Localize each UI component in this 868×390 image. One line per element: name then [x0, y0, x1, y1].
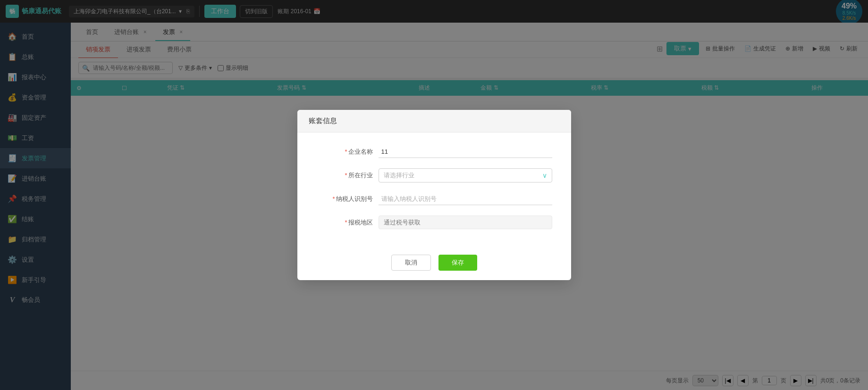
input-tax-id[interactable] — [379, 193, 552, 205]
form-row-tax-id: *纳税人识别号 — [316, 193, 552, 205]
label-tax-id: *纳税人识别号 — [316, 195, 373, 203]
industry-arrow-icon: ∨ — [542, 172, 547, 179]
label-company-name: *企业名称 — [316, 148, 373, 156]
input-tax-region — [379, 216, 552, 229]
modal-footer: 取消 保存 — [297, 249, 571, 280]
modal-overlay: 账套信息 *企业名称 *所在行业 请选择行业 ∨ — [0, 0, 868, 390]
save-button[interactable]: 保存 — [438, 255, 477, 271]
account-info-modal: 账套信息 *企业名称 *所在行业 请选择行业 ∨ — [297, 110, 571, 280]
form-row-company-name: *企业名称 — [316, 146, 552, 158]
cancel-button[interactable]: 取消 — [391, 255, 431, 271]
form-row-tax-region: *报税地区 — [316, 216, 552, 229]
industry-placeholder: 请选择行业 — [384, 171, 542, 180]
modal-title: 账套信息 — [309, 116, 337, 124]
form-row-industry: *所在行业 请选择行业 ∨ — [316, 168, 552, 183]
select-industry[interactable]: 请选择行业 ∨ — [379, 168, 552, 183]
modal-body: *企业名称 *所在行业 请选择行业 ∨ *纳税人识别号 — [297, 133, 571, 249]
label-tax-region: *报税地区 — [316, 218, 373, 227]
input-company-name[interactable] — [379, 146, 552, 158]
label-industry: *所在行业 — [316, 171, 373, 180]
modal-header: 账套信息 — [297, 110, 571, 133]
